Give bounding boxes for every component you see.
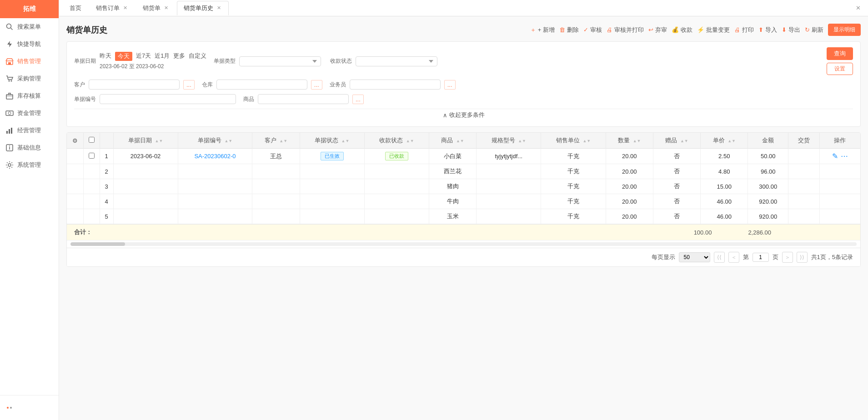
col-doc-date[interactable]: 单据日期 ▲▼ (113, 133, 178, 149)
select-all-checkbox[interactable] (89, 137, 95, 143)
warehouse-ellipsis[interactable]: ... (311, 80, 322, 90)
sort-qty[interactable]: ▲▼ (633, 139, 641, 143)
warehouse-input[interactable] (216, 80, 307, 90)
tab-close-sales-history[interactable]: ✕ (216, 5, 222, 11)
per-page-select[interactable]: 50 100 200 (679, 252, 710, 262)
tab-sales-delivery[interactable]: 销货单 ✕ (136, 1, 176, 15)
row-doc-number[interactable] (178, 209, 252, 224)
tab-close-sales-order[interactable]: ✕ (122, 5, 128, 11)
sort-spec-type[interactable]: ▲▼ (518, 139, 526, 143)
row-amount: 50.00 (748, 149, 788, 164)
date-tab-today[interactable]: 今天 (115, 52, 132, 61)
doc-number-input[interactable] (100, 94, 236, 104)
doc-type-select[interactable] (239, 56, 321, 66)
import-icon: ⬆ (758, 26, 763, 33)
date-tab-more[interactable]: 更多 (173, 52, 185, 61)
row-sales-unit: 千克 (541, 164, 606, 179)
sort-payment-status[interactable]: ▲▼ (406, 139, 414, 143)
sidebar-item-inventory[interactable]: 库存核算 (0, 87, 59, 105)
doc-number-link[interactable]: SA-20230602-0 (194, 153, 236, 160)
tab-close-sales-delivery[interactable]: ✕ (163, 5, 169, 11)
new-btn[interactable]: ＋ + 新增 (530, 26, 555, 34)
page-input[interactable] (753, 253, 769, 262)
col-spec-type[interactable]: 规格型号 ▲▼ (477, 133, 541, 149)
sort-doc-status[interactable]: ▲▼ (341, 139, 350, 143)
import-btn[interactable]: ⬆ 导入 (758, 26, 777, 34)
sidebar-item-operations[interactable]: 经营管理 (0, 122, 59, 139)
sort-doc-date[interactable]: ▲▼ (155, 139, 163, 143)
sidebar-item-search-menu[interactable]: 搜索菜单 (0, 18, 59, 35)
customer-input[interactable] (89, 80, 180, 90)
abandon-icon: ↩ (648, 26, 653, 33)
print-btn[interactable]: 🖨 打印 (734, 26, 754, 34)
date-tab-7days[interactable]: 近7天 (136, 52, 151, 61)
col-unit-price[interactable]: 单价 ▲▼ (701, 133, 748, 149)
staff-ellipsis[interactable]: ... (444, 80, 456, 90)
batch-icon: ⚡ (697, 26, 704, 33)
horizontal-scrollbar[interactable] (67, 240, 860, 248)
tab-sales-history[interactable]: 销货单历史 ✕ (177, 1, 229, 15)
last-page-btn[interactable]: ⟩⟩ (797, 252, 808, 263)
sort-doc-number[interactable]: ▲▼ (224, 139, 232, 143)
row-settings (67, 179, 83, 194)
tab-home[interactable]: 首页 (63, 1, 88, 15)
abandon-btn[interactable]: ↩ 弃审 (648, 26, 667, 34)
date-tab-custom[interactable]: 自定义 (189, 52, 206, 61)
sidebar-item-purchase-mgmt[interactable]: 采购管理 (0, 70, 59, 87)
sidebar-item-sys-mgmt[interactable]: 系统管理 (0, 156, 59, 174)
delete-btn[interactable]: 🗑 删除 (559, 26, 579, 34)
row-doc-number[interactable] (178, 179, 252, 194)
sort-customer[interactable]: ▲▼ (279, 139, 287, 143)
goods-input[interactable] (258, 94, 349, 104)
show-detail-btn[interactable]: 显示明细 (828, 24, 861, 36)
sidebar-collapse-btn[interactable] (0, 399, 59, 416)
batch-change-btn[interactable]: ⚡ 批量变更 (697, 26, 730, 34)
sidebar-item-finance[interactable]: 资金管理 (0, 105, 59, 122)
row-num: 4 (100, 194, 113, 209)
print-review-btn[interactable]: 🖨 审核并打印 (607, 26, 644, 34)
sort-gift[interactable]: ▲▼ (680, 139, 688, 143)
col-settings[interactable]: ⚙ (67, 133, 83, 149)
tab-sales-order[interactable]: 销售订单 ✕ (89, 1, 135, 15)
staff-input[interactable] (350, 80, 441, 90)
payment-status-select[interactable] (356, 56, 437, 66)
date-tab-1month[interactable]: 近1月 (155, 52, 170, 61)
row-unit-price: 46.00 (701, 209, 748, 224)
sidebar-item-sales-mgmt[interactable]: 销售管理 (0, 53, 59, 70)
col-goods[interactable]: 商品 ▲▼ (429, 133, 476, 149)
sidebar-item-base-info[interactable]: 基础信息 (0, 139, 59, 156)
row-doc-number[interactable]: SA-20230602-0 (178, 149, 252, 164)
col-doc-number[interactable]: 单据编号 ▲▼ (178, 133, 252, 149)
export-btn[interactable]: ⬇ 导出 (782, 26, 800, 34)
col-doc-status[interactable]: 单据状态 ▲▼ (300, 133, 364, 149)
more-btn[interactable]: ⋯ (841, 152, 848, 160)
check-icon: ✓ (583, 26, 588, 33)
query-btn[interactable]: 查询 (827, 47, 853, 60)
col-qty[interactable]: 数量 ▲▼ (606, 133, 653, 149)
prev-page-btn[interactable]: ＜ (728, 252, 739, 263)
customer-ellipsis[interactable]: ... (183, 80, 195, 90)
first-page-btn[interactable]: ⟨⟨ (714, 252, 725, 263)
collect-btn[interactable]: 💰 收款 (672, 26, 692, 34)
row-doc-number[interactable] (178, 194, 252, 209)
svg-line-1 (11, 28, 13, 30)
date-tab-yesterday[interactable]: 昨天 (100, 52, 111, 61)
sort-unit-price[interactable]: ▲▼ (728, 139, 736, 143)
edit-btn[interactable]: ✎ (832, 152, 838, 160)
row-doc-number[interactable] (178, 164, 252, 179)
review-btn[interactable]: ✓ 审核 (583, 26, 602, 34)
refresh-btn[interactable]: ↻ 刷新 (805, 26, 823, 34)
row-checkbox[interactable] (89, 153, 95, 159)
sidebar-item-quick-nav[interactable]: 快捷导航 (0, 35, 59, 53)
col-payment-status[interactable]: 收款状态 ▲▼ (364, 133, 429, 149)
next-page-btn[interactable]: ＞ (782, 252, 793, 263)
col-customer[interactable]: 客户 ▲▼ (252, 133, 300, 149)
goods-ellipsis[interactable]: ... (352, 95, 364, 104)
sort-goods[interactable]: ▲▼ (456, 139, 464, 143)
col-gift[interactable]: 赠品 ▲▼ (653, 133, 700, 149)
set-btn[interactable]: 设置 (827, 63, 853, 75)
sort-sales-unit[interactable]: ▲▼ (582, 139, 591, 143)
tab-window-close[interactable]: ✕ (856, 5, 861, 11)
col-sales-unit[interactable]: 销售单位 ▲▼ (541, 133, 606, 149)
collapse-btn[interactable]: ∧ 收起更多条件 (74, 109, 853, 121)
